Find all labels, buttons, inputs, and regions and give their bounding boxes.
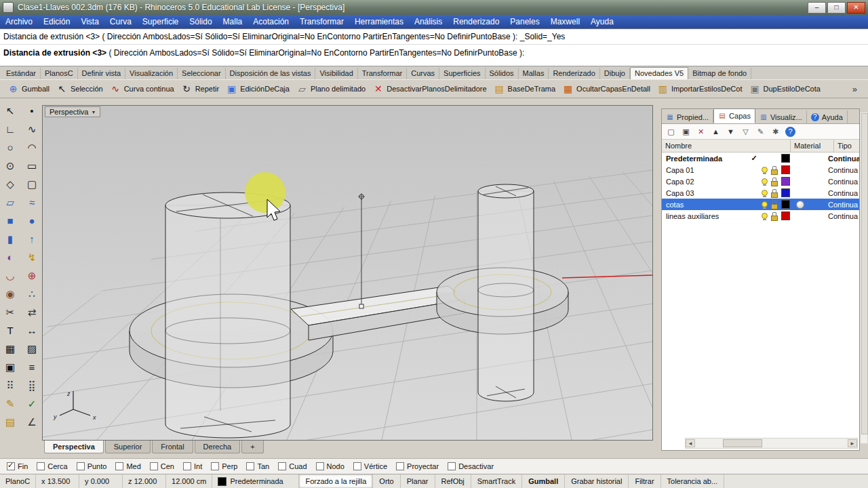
layer-visibility-bulb-icon[interactable] bbox=[760, 199, 769, 210]
angle-icon[interactable]: ∠ bbox=[23, 413, 41, 430]
toolbar-tab[interactable]: Seleccionar bbox=[178, 68, 225, 79]
move-up-icon[interactable]: ▲ bbox=[711, 127, 721, 137]
menu-item[interactable]: Archivo bbox=[0, 15, 38, 28]
layer-linetype[interactable]: Continua bbox=[827, 178, 859, 186]
toolbar-item[interactable]: ▤ BaseDeTrama bbox=[490, 80, 559, 98]
osnap-checkbox[interactable] bbox=[37, 462, 45, 470]
layer-name[interactable]: Capa 02 bbox=[662, 178, 749, 186]
layer-visibility-bulb-icon[interactable] bbox=[760, 152, 769, 164]
menu-item[interactable]: Sólido bbox=[184, 15, 217, 28]
extrude-icon[interactable]: ↑ bbox=[23, 230, 41, 247]
osnap-option[interactable]: Punto bbox=[77, 462, 107, 470]
material-swatch-icon[interactable]: ▤ bbox=[1, 413, 19, 430]
osnap-option[interactable]: Med bbox=[115, 462, 140, 470]
toolbar-tab[interactable]: Renderizado bbox=[549, 68, 599, 79]
toolbar-tab[interactable]: Visualización bbox=[125, 68, 178, 79]
menu-item[interactable]: Malla bbox=[218, 15, 248, 28]
block-icon[interactable]: ▣ bbox=[1, 359, 19, 375]
toolbar-item[interactable]: ▦ OcultarCapasEnDetall bbox=[559, 80, 654, 98]
layer-lock-icon[interactable] bbox=[769, 176, 778, 187]
toolbar-item[interactable]: ▥ ImportarEstilosDeCot bbox=[654, 80, 746, 98]
polygon-icon[interactable]: ◇ bbox=[1, 176, 19, 192]
help-icon[interactable]: ? bbox=[785, 127, 795, 137]
column-header-nombre[interactable]: Nombre bbox=[662, 140, 791, 152]
layer-linetype[interactable]: Continua bbox=[827, 166, 859, 174]
viewport-tab[interactable]: Superior bbox=[105, 441, 151, 453]
viewport-tab[interactable]: Perspectiva bbox=[44, 441, 104, 453]
layers-list-icon[interactable]: ≡ bbox=[23, 359, 41, 375]
osnap-checkbox[interactable] bbox=[278, 462, 286, 470]
paint-icon[interactable]: ✎ bbox=[1, 395, 19, 412]
toolbar-item[interactable]: ∿ Curva continua bbox=[106, 80, 178, 98]
osnap-checkbox[interactable] bbox=[211, 462, 219, 470]
mirror-icon[interactable]: ⇄ bbox=[23, 304, 41, 321]
toolbar-tab[interactable]: Sólidos bbox=[486, 68, 519, 79]
new-layer-icon[interactable]: ▢ bbox=[666, 127, 676, 137]
match-layer-icon[interactable]: ✎ bbox=[755, 127, 766, 137]
layer-color-swatch[interactable] bbox=[781, 177, 790, 186]
toolbar-tab[interactable]: Superficies bbox=[439, 68, 485, 79]
osnap-option[interactable]: Cerca bbox=[37, 462, 67, 470]
layer-color-swatch[interactable] bbox=[781, 188, 790, 197]
close-button[interactable]: ✕ bbox=[847, 2, 865, 14]
point-cloud-icon[interactable]: ∴ bbox=[23, 285, 41, 302]
toolbar-tab[interactable]: Transformar bbox=[358, 68, 408, 79]
statusbar-toggle[interactable]: Tolerancia ab... bbox=[661, 474, 725, 488]
layer-name[interactable]: lineas auxiliares bbox=[662, 212, 749, 220]
layer-material-sphere-icon[interactable] bbox=[793, 164, 827, 176]
statusbar-toggle[interactable]: Grabar historial bbox=[565, 474, 629, 488]
menu-item[interactable]: Maxwell bbox=[545, 15, 585, 28]
statusbar-toggle[interactable]: Filtrar bbox=[629, 474, 660, 488]
loft-icon[interactable]: ≈ bbox=[23, 194, 41, 211]
tab-visualizacion[interactable]: ▥ Visualiz... bbox=[755, 110, 807, 123]
osnap-option[interactable]: Nodo bbox=[316, 462, 344, 470]
axis-icon[interactable]: ⊕ bbox=[23, 267, 41, 284]
layer-linetype[interactable]: Continua bbox=[827, 201, 859, 209]
minimize-button[interactable]: – bbox=[808, 2, 826, 14]
statusbar-toggle[interactable]: Orto bbox=[373, 474, 400, 488]
osnap-checkbox[interactable] bbox=[183, 462, 191, 470]
layer-linetype[interactable]: Continua bbox=[827, 212, 859, 220]
toolbar-tab[interactable]: Disposición de las vistas bbox=[226, 68, 316, 79]
statusbar-toggle[interactable]: Gumball bbox=[522, 474, 565, 488]
column-header-material[interactable]: Material bbox=[791, 140, 834, 152]
layer-row[interactable]: Predeterminada ✓ Continua bbox=[662, 152, 859, 164]
layer-linetype[interactable]: Continua bbox=[827, 155, 859, 163]
layer-name[interactable]: Capa 01 bbox=[662, 166, 749, 174]
ellipse-icon[interactable]: ⊙ bbox=[1, 157, 19, 174]
vertical-scrollbar-thumb[interactable] bbox=[861, 113, 868, 434]
menu-item[interactable]: Paneles bbox=[505, 15, 545, 28]
menu-item[interactable]: Renderizado bbox=[448, 15, 505, 28]
toolbar-overflow-chevron[interactable]: » bbox=[852, 84, 864, 94]
scroll-left-arrow-icon[interactable]: ◄ bbox=[686, 439, 695, 447]
tab-propiedades[interactable]: ▦ Propied... bbox=[662, 110, 713, 123]
explode-icon[interactable]: ↯ bbox=[23, 249, 41, 266]
toolbar-tab[interactable]: Novedades V5 bbox=[630, 67, 688, 79]
layer-material-sphere-icon[interactable] bbox=[793, 152, 827, 164]
osnap-option[interactable]: Cuad bbox=[278, 462, 307, 470]
polyline-icon[interactable]: ∟ bbox=[1, 121, 19, 138]
layer-lock-icon[interactable] bbox=[769, 210, 778, 222]
osnap-checkbox[interactable] bbox=[115, 462, 123, 470]
toolbar-item[interactable]: ✕ DesactivarPlanosDelimitadore bbox=[369, 80, 490, 98]
layer-visibility-bulb-icon[interactable] bbox=[760, 176, 769, 187]
layer-material-sphere-icon[interactable] bbox=[793, 199, 827, 210]
cylinder-icon[interactable]: ▮ bbox=[1, 230, 19, 247]
toolbar-tab[interactable]: Bitmap de fondo bbox=[688, 68, 751, 79]
toolbar-item[interactable]: ↖ Selección bbox=[53, 80, 106, 98]
curve-icon[interactable]: ∿ bbox=[23, 121, 41, 138]
grid-dense-icon[interactable]: ⣿ bbox=[23, 377, 41, 394]
osnap-checkbox[interactable] bbox=[448, 462, 456, 470]
layer-material-sphere-icon[interactable] bbox=[793, 187, 827, 199]
layer-name[interactable]: Capa 03 bbox=[662, 189, 749, 197]
new-sublayer-icon[interactable]: ▣ bbox=[681, 127, 691, 137]
menu-item[interactable]: Análisis bbox=[409, 15, 448, 28]
render-preview-icon[interactable]: ◉ bbox=[1, 285, 19, 302]
toolbar-tab[interactable]: Visibilidad bbox=[315, 68, 357, 79]
statusbar-toggle[interactable]: Forzado a la rejilla bbox=[299, 474, 373, 488]
menu-item[interactable]: Transformar bbox=[294, 15, 349, 28]
toolbar-tab[interactable]: PlanosC bbox=[41, 68, 78, 79]
cplane-button[interactable]: PlanoC bbox=[0, 474, 36, 488]
layer-color-swatch[interactable] bbox=[781, 200, 790, 209]
toolbar-tab[interactable]: Definir vista bbox=[78, 68, 125, 79]
